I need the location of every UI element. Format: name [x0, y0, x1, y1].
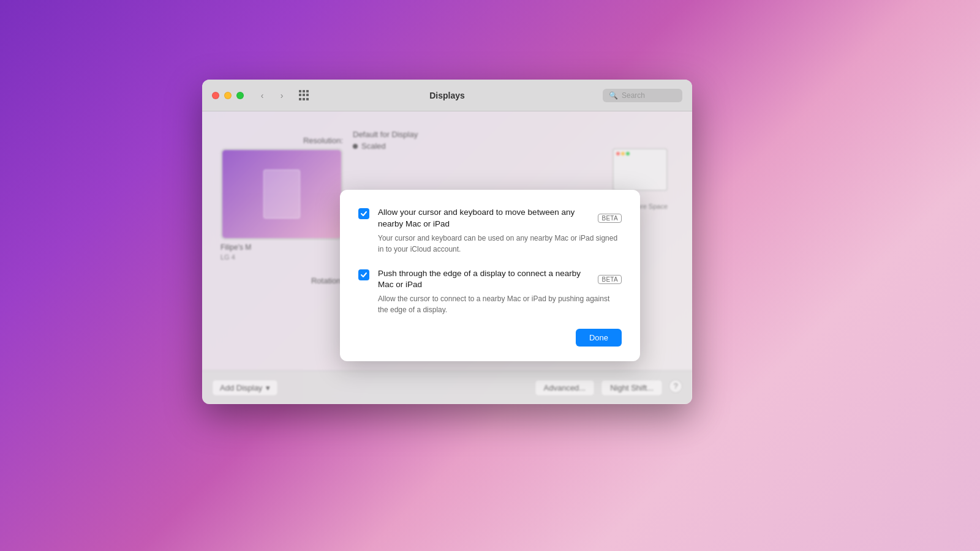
item-2-beta-badge: BETA [598, 275, 622, 284]
modal-dialog: Allow your cursor and keyboard to move b… [340, 190, 640, 362]
item-1-title: Allow your cursor and keyboard to move b… [378, 207, 593, 230]
item-1-beta-badge: BETA [598, 214, 622, 223]
modal-item-1: Allow your cursor and keyboard to move b… [358, 207, 622, 255]
modal-footer: Done [358, 329, 622, 347]
modal-overlay: Allow your cursor and keyboard to move b… [0, 0, 980, 551]
item-2-content: Push through the edge of a display to co… [378, 268, 622, 316]
item-1-title-row: Allow your cursor and keyboard to move b… [378, 207, 622, 230]
done-button[interactable]: Done [576, 329, 622, 347]
item-1-content: Allow your cursor and keyboard to move b… [378, 207, 622, 255]
item-2-description: Allow the cursor to connect to a nearby … [378, 293, 622, 315]
item-2-title: Push through the edge of a display to co… [378, 268, 593, 291]
item-2-title-row: Push through the edge of a display to co… [378, 268, 622, 291]
checkbox-2[interactable] [358, 269, 369, 280]
checkbox-1[interactable] [358, 208, 369, 219]
modal-item-2: Push through the edge of a display to co… [358, 268, 622, 316]
item-1-description: Your cursor and keyboard can be used on … [378, 233, 622, 255]
